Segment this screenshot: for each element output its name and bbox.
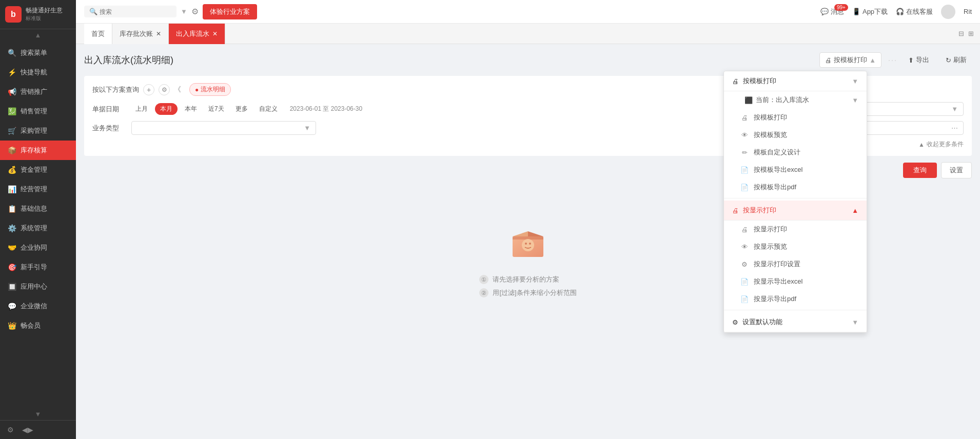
current-template-item[interactable]: ⬛ 当前：出入库流水 ▼ — [724, 91, 867, 109]
username-label: Rit — [964, 8, 972, 15]
sidebar-item-label: 企业协同 — [21, 243, 47, 252]
sidebar-item-member[interactable]: 👑 畅会员 — [0, 316, 76, 335]
sidebar-item-quick-nav[interactable]: ⚡ 快捷导航 — [0, 63, 76, 82]
date-btn-this-month[interactable]: 本月 — [155, 103, 178, 115]
sidebar-item-cooperation[interactable]: 🤝 企业协同 — [0, 238, 76, 257]
tab-batch-ledger-close-icon[interactable]: ✕ — [156, 30, 161, 37]
sidebar-item-sales[interactable]: 💹 销售管理 — [0, 102, 76, 121]
dropdown-arrow-icon[interactable]: ▼ — [181, 8, 187, 15]
display-export-pdf-item[interactable]: 📄 按显示导出pdf — [724, 290, 867, 308]
template-export-excel-item[interactable]: 📄 按模板导出excel — [724, 161, 867, 178]
avatar[interactable] — [941, 5, 955, 19]
template-print-header-label: 按模板打印 — [743, 76, 776, 86]
collapse-more-conditions-button[interactable]: ▲ 收起更多条件 — [918, 140, 964, 149]
filter-settings-button[interactable]: ⚙ — [159, 84, 170, 95]
type-filter-dropdown-icon[interactable]: ▼ — [951, 105, 958, 113]
sales-icon: 💹 — [7, 107, 16, 116]
filter-collapse-button[interactable]: 《 — [174, 85, 181, 94]
display-preview-item[interactable]: 👁 按显示预览 — [724, 238, 867, 255]
default-func-item[interactable]: ⚙ 设置默认功能 ▼ — [724, 312, 867, 332]
template-export-pdf-item[interactable]: 📄 按模板导出pdf — [724, 178, 867, 196]
display-preview-item-label: 按显示预览 — [754, 242, 787, 251]
cooperation-icon: 🤝 — [7, 243, 16, 252]
date-btn-more[interactable]: 更多 — [231, 103, 252, 115]
template-export-excel-icon: 📄 — [740, 166, 749, 174]
minimize-icon[interactable]: ⊟ — [958, 30, 964, 37]
message-badge: 99+ — [834, 4, 848, 11]
sidebar-item-label: 应用中心 — [21, 282, 47, 291]
tab-inout-flow[interactable]: 出入库流水 ✕ — [169, 24, 225, 44]
refresh-button[interactable]: ↻ 刷新 — [940, 53, 972, 67]
display-print-item-icon: 🖨 — [740, 225, 749, 233]
template-print-item[interactable]: 🖨 按模板打印 — [724, 109, 867, 126]
default-func-arrow-icon[interactable]: ▼ — [852, 318, 858, 326]
sidebar-item-inventory[interactable]: 📦 库存核算 — [0, 141, 76, 160]
template-print-button[interactable]: 🖨 按模板打印 ▲ — [819, 52, 881, 68]
sidebar-item-system[interactable]: ⚙️ 系统管理 — [0, 218, 76, 238]
sidebar-item-finance[interactable]: 💰 资金管理 — [0, 160, 76, 179]
page-title-actions: 🖨 按模板打印 ▲ ⋯ ⬆ 导出 ↻ 刷新 — [819, 52, 972, 68]
customer-service-icon: 🎧 — [896, 8, 904, 15]
sidebar-item-search[interactable]: 🔍 搜索菜单 — [0, 43, 76, 63]
display-export-excel-label: 按显示导出excel — [754, 277, 802, 286]
sidebar-scroll-down[interactable]: ▼ — [0, 408, 76, 420]
export-button[interactable]: ⬆ 导出 — [903, 53, 934, 67]
header-right: 💬 消息 99+ 📱 App下载 🎧 在线客服 Rit — [820, 5, 972, 19]
template-custom-item-label: 模板自定义设计 — [754, 148, 800, 157]
sidebar-item-marketing[interactable]: 📢 营销推广 — [0, 82, 76, 102]
header-settings-icon[interactable]: ⚙ — [191, 7, 199, 16]
display-export-excel-item[interactable]: 📄 按显示导出excel — [724, 273, 867, 290]
customer-service-button[interactable]: 🎧 在线客服 — [896, 7, 933, 16]
template-print-section-header[interactable]: 🖨 按模板打印 ▼ — [724, 71, 867, 91]
business-type-dropdown-icon[interactable]: ▼ — [304, 124, 310, 132]
default-func-label: 设置默认功能 — [742, 317, 782, 327]
message-button[interactable]: 💬 消息 99+ — [820, 7, 844, 16]
template-export-excel-label: 按模板导出excel — [754, 165, 802, 174]
collapse-sidebar-icon[interactable]: ◀▶ — [22, 426, 33, 434]
sidebar-item-basic[interactable]: 📋 基础信息 — [0, 199, 76, 218]
marketing-icon: 📢 — [7, 87, 16, 96]
template-print-arrow-icon[interactable]: ▼ — [852, 77, 858, 85]
tab-inout-flow-close-icon[interactable]: ✕ — [212, 30, 218, 37]
settings-button[interactable]: 设置 — [941, 162, 972, 178]
search-icon: 🔍 — [7, 48, 16, 57]
business-type-input[interactable]: ▼ — [131, 121, 316, 135]
sidebar-item-label: 采购管理 — [21, 126, 47, 135]
date-btn-last-month[interactable]: 上月 — [131, 103, 152, 115]
search-input[interactable] — [100, 8, 166, 15]
settings-icon[interactable]: ⚙ — [7, 426, 14, 434]
tab-batch-ledger-label: 库存批次账 — [120, 29, 153, 38]
empty-steps: ① 请先选择要分析的方案 ② 用[过滤]条件来缩小分析范围 — [479, 275, 576, 297]
tab-home[interactable]: 首页 — [84, 24, 112, 44]
sidebar-item-wechat[interactable]: 💬 企业微信 — [0, 296, 76, 316]
system-icon: ⚙️ — [7, 224, 16, 233]
warehouse-more-icon[interactable]: ⋯ — [951, 124, 958, 132]
date-btn-this-year[interactable]: 本年 — [181, 103, 201, 115]
search-bar[interactable]: 🔍 — [84, 6, 177, 17]
tab-batch-ledger[interactable]: 库存批次账 ✕ — [112, 24, 169, 44]
display-print-arrow-icon[interactable]: ▲ — [852, 207, 858, 214]
template-preview-item[interactable]: 👁 按模板预览 — [724, 126, 867, 144]
display-print-section-header[interactable]: 🖨 按显示打印 ▲ — [724, 201, 867, 221]
filter-tag-stream[interactable]: ● 流水明细 — [189, 83, 231, 96]
app-download-button[interactable]: 📱 App下载 — [852, 7, 888, 16]
display-print-settings-item[interactable]: ⚙ 按显示打印设置 — [724, 255, 867, 273]
svg-point-5 — [525, 243, 527, 245]
template-custom-item[interactable]: ✏ 模板自定义设计 — [724, 144, 867, 161]
display-print-item[interactable]: 🖨 按显示打印 — [724, 221, 867, 238]
current-template-arrow[interactable]: ▼ — [852, 96, 858, 104]
sidebar-item-app-center[interactable]: 🔲 应用中心 — [0, 277, 76, 296]
maximize-icon[interactable]: ⊞ — [968, 30, 974, 37]
page-title: 出入库流水(流水明细) — [84, 54, 173, 66]
filter-add-button[interactable]: + — [143, 84, 154, 95]
step-num-2: ② — [479, 288, 488, 297]
date-btn-custom[interactable]: 自定义 — [255, 103, 282, 115]
print-dropdown-arrow-icon[interactable]: ▲ — [869, 56, 876, 64]
query-button[interactable]: 查询 — [903, 163, 937, 178]
sidebar-scroll-up[interactable]: ▲ — [0, 29, 76, 41]
sidebar-item-guide[interactable]: 🎯 新手引导 — [0, 257, 76, 277]
industry-solution-button[interactable]: 体验行业方案 — [203, 4, 257, 19]
sidebar-item-purchase[interactable]: 🛒 采购管理 — [0, 121, 76, 141]
date-btn-last-7-days[interactable]: 近7天 — [204, 103, 228, 115]
sidebar-item-operation[interactable]: 📊 经营管理 — [0, 179, 76, 199]
